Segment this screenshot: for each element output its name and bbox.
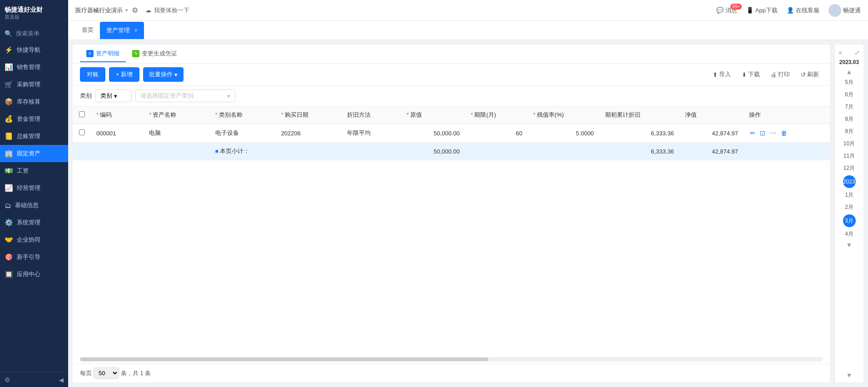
scrollbar-thumb <box>80 357 488 361</box>
app-download-btn[interactable]: 📱 App下载 <box>746 6 778 15</box>
month-item-9[interactable]: 9月 <box>835 125 863 138</box>
month-item-10[interactable]: 10月 <box>835 138 863 150</box>
service-icon: 👤 <box>787 7 794 14</box>
sidebar-item-label: 工资 <box>17 167 29 175</box>
online-service-btn[interactable]: 👤 在线客服 <box>787 6 819 15</box>
sidebar-item-label: 基础信息 <box>15 201 39 209</box>
print-button[interactable]: 🖨 打印 <box>767 68 794 81</box>
delete-button[interactable]: 🗑 <box>780 129 788 138</box>
voucher-tab-icon: ✎ <box>132 50 139 57</box>
month-item-3-active[interactable]: 3月 <box>843 214 856 227</box>
sub-tab-voucher[interactable]: ✎ 变更生成凭证 <box>126 46 184 62</box>
sub-tab-asset-detail[interactable]: ≡ 资产明细 <box>80 46 126 62</box>
sidebar-item-apps[interactable]: 🔲 应用中心 <box>0 266 68 283</box>
main-panel: ≡ 资产明细 ✎ 变更生成凭证 对账 + 新增 <box>73 45 830 382</box>
total-label: 条，共 1 条 <box>121 369 151 377</box>
sidebar-item-funds[interactable]: 💰 资金管理 <box>0 110 68 128</box>
reconcile-button[interactable]: 对账 <box>80 67 105 82</box>
sidebar-item-search[interactable]: 🔍 搜索菜单 <box>0 26 68 41</box>
content-area: ≡ 资产明细 ✎ 变更生成凭证 对账 + 新增 <box>68 40 868 387</box>
sidebar-item-inventory[interactable]: 📦 库存核算 <box>0 93 68 110</box>
row-checkbox[interactable] <box>79 129 85 135</box>
asset-detail-tab-icon: ≡ <box>86 50 94 57</box>
month-item-11[interactable]: 11月 <box>835 150 863 162</box>
sales-icon: 📊 <box>5 63 13 71</box>
copy-button[interactable]: ⊡ <box>759 129 766 138</box>
category-placeholder: 请选择固定资产类别 <box>140 92 193 100</box>
tab-assets[interactable]: 资产管理 × <box>100 22 144 39</box>
panel-down-arrow[interactable]: ▼ <box>845 240 853 249</box>
user-avatar-area[interactable]: 畅捷通 <box>828 4 861 17</box>
col-purchase-date: 购买日期 <box>276 106 342 124</box>
month-item-2[interactable]: 2月 <box>835 201 863 213</box>
category-type-value: 类别 <box>100 92 112 100</box>
more-button[interactable]: ⋯ <box>769 129 777 138</box>
refresh-button[interactable]: ↺ 刷新 <box>797 68 823 81</box>
sidebar-item-quick-nav[interactable]: ⚡ 快捷导航 <box>0 41 68 59</box>
feedback-label: 我要体验一下 <box>154 6 189 15</box>
cloud-icon: ☁ <box>145 7 151 14</box>
messages-btn[interactable]: 💬 消息 99+ <box>716 6 737 15</box>
panel-scroll-down[interactable]: ▼ <box>845 371 853 380</box>
sidebar-item-purchase[interactable]: 🛒 采购管理 <box>0 76 68 93</box>
sidebar-bottom: ⚙ ◀ <box>0 372 68 387</box>
month-item-4[interactable]: 4月 <box>835 228 863 240</box>
feedback-btn[interactable]: ☁ 我要体验一下 <box>145 6 189 15</box>
toolbar: 对账 + 新增 批量操作 ▾ ⬆ 导入 <box>73 64 830 86</box>
sidebar-item-ledger[interactable]: 📒 总账管理 <box>0 128 68 145</box>
category-value-select[interactable]: 请选择固定资产类别 ▾ <box>135 89 235 102</box>
sidebar-item-enterprise[interactable]: 🤝 企业协同 <box>0 231 68 248</box>
category-type-select[interactable]: 类别 ▾ <box>95 89 132 102</box>
download-icon: 📱 <box>746 7 754 14</box>
add-button[interactable]: + 新增 <box>109 67 139 82</box>
cell-period: 60 <box>465 124 528 143</box>
month-item-7[interactable]: 7月 <box>835 101 863 113</box>
month-item-12[interactable]: 12月 <box>835 162 863 174</box>
collapse-icon[interactable]: ◀ <box>59 377 64 383</box>
panel-up-arrow[interactable]: ▲ <box>845 67 853 76</box>
messages-badge: 99+ <box>730 4 742 10</box>
subtotal-net-value: 42,874.97 <box>680 143 744 160</box>
edit-button[interactable]: ✏ <box>749 129 756 138</box>
per-page-select[interactable]: 50 10 20 100 <box>94 367 119 379</box>
download-button[interactable]: ⬇ 下载 <box>738 68 764 81</box>
month-item-6[interactable]: 6月 <box>835 89 863 101</box>
horizontal-scrollbar[interactable] <box>80 357 823 362</box>
filter-row: 类别 类别 ▾ 请选择固定资产类别 ▾ <box>73 86 830 106</box>
sidebar-item-payroll[interactable]: 💵 工资 <box>0 162 68 179</box>
sidebar-item-operations[interactable]: 📈 经营管理 <box>0 179 68 197</box>
cell-actions: ✏ ⊡ ⋯ 🗑 <box>744 124 830 143</box>
sub-tab-asset-detail-label: 资产明细 <box>96 50 119 58</box>
company-selector[interactable]: 医疗器械行业演示 ▾ <box>75 6 128 15</box>
company-settings-icon[interactable]: ⚙ <box>132 6 138 15</box>
panel-expand-button[interactable]: ⤢ <box>853 47 862 58</box>
sidebar-item-system[interactable]: ⚙️ 系统管理 <box>0 214 68 231</box>
month-item-8[interactable]: 8月 <box>835 113 863 125</box>
import-icon: ⬆ <box>713 71 718 78</box>
category-type-arrow: ▾ <box>114 93 117 99</box>
sidebar-item-fixed-assets[interactable]: 🏢 固定资产 <box>0 145 68 162</box>
sidebar-item-label: 销售管理 <box>17 63 40 71</box>
sidebar-item-guide[interactable]: 🎯 新手引导 <box>0 248 68 266</box>
col-residual-rate: 残值率(%) <box>528 106 600 124</box>
subtotal-original-value: 50,000.00 <box>401 143 465 160</box>
sidebar-item-sales[interactable]: 📊 销售管理 <box>0 59 68 76</box>
sidebar-item-label: 快捷导航 <box>17 46 40 54</box>
year-2023-label[interactable]: 2023 <box>843 175 856 188</box>
month-item-5[interactable]: 5月 <box>835 76 863 89</box>
tab-assets-label: 资产管理 <box>106 27 130 34</box>
month-item-1[interactable]: 1月 <box>835 189 863 201</box>
select-all-checkbox[interactable] <box>79 111 85 117</box>
import-button[interactable]: ⬆ 导入 <box>709 68 734 81</box>
cell-residual-rate: 5.0000 <box>528 124 600 143</box>
col-actions: 操作 <box>744 106 830 124</box>
panel-year-display: 2023.03 <box>839 58 859 67</box>
inventory-icon: 📦 <box>5 98 13 106</box>
settings-icon[interactable]: ⚙ <box>5 376 10 383</box>
tab-close-icon[interactable]: × <box>134 27 138 34</box>
panel-close-button[interactable]: × <box>837 47 844 58</box>
tab-home[interactable]: 首页 <box>75 21 100 40</box>
batch-button[interactable]: 批量操作 ▾ <box>143 67 184 82</box>
sidebar-item-base-info[interactable]: 🗂 基础信息 <box>0 197 68 214</box>
print-label: 打印 <box>778 70 790 79</box>
